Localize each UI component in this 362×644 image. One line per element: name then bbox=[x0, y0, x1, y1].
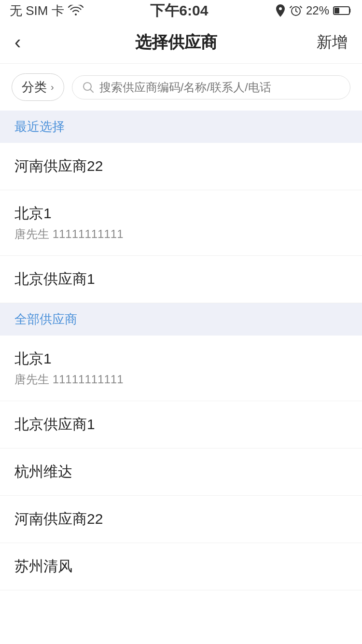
search-input[interactable] bbox=[99, 81, 340, 94]
item-name: 北京供应商1 bbox=[14, 415, 348, 434]
list-item[interactable]: 河南供应商22 bbox=[0, 496, 362, 543]
status-bar: 无 SIM 卡 下午6:04 22% bbox=[0, 0, 362, 21]
list-item[interactable]: 苏州清风 bbox=[0, 543, 362, 590]
wifi-icon bbox=[68, 5, 84, 16]
alarm-icon bbox=[290, 4, 302, 17]
back-button[interactable]: ‹ bbox=[14, 31, 43, 53]
filter-bar: 分类 › bbox=[0, 64, 362, 111]
category-label: 分类 bbox=[22, 79, 47, 96]
no-sim-text: 无 SIM 卡 bbox=[10, 2, 64, 19]
status-left: 无 SIM 卡 bbox=[10, 2, 84, 19]
item-name: 河南供应商22 bbox=[14, 156, 348, 176]
svg-rect-2 bbox=[334, 8, 339, 14]
location-icon bbox=[275, 4, 286, 17]
item-name: 苏州清风 bbox=[14, 557, 348, 576]
item-name: 北京1 bbox=[14, 204, 348, 224]
page-title: 选择供应商 bbox=[135, 31, 217, 54]
search-icon bbox=[82, 81, 95, 94]
battery-text: 22% bbox=[306, 4, 329, 17]
list-item[interactable]: 河南供应商22 bbox=[0, 143, 362, 190]
section-header-recent: 最近选择 bbox=[0, 111, 362, 143]
section-header-all: 全部供应商 bbox=[0, 303, 362, 336]
item-sub: 唐先生 11111111111 bbox=[14, 226, 348, 242]
chevron-right-icon: › bbox=[51, 82, 54, 93]
list-item[interactable]: 北京1唐先生 11111111111 bbox=[0, 190, 362, 256]
add-button[interactable]: 新增 bbox=[309, 32, 348, 53]
item-sub: 唐先生 11111111111 bbox=[14, 372, 348, 387]
item-name: 杭州维达 bbox=[14, 462, 348, 482]
status-right: 22% bbox=[275, 4, 352, 17]
item-name: 北京供应商1 bbox=[14, 269, 348, 289]
category-button[interactable]: 分类 › bbox=[12, 73, 64, 101]
battery-icon bbox=[333, 5, 352, 16]
svg-point-3 bbox=[84, 83, 91, 90]
list-item[interactable]: 北京1唐先生 11111111111 bbox=[0, 336, 362, 401]
search-box[interactable] bbox=[72, 75, 350, 99]
nav-bar: ‹ 选择供应商 新增 bbox=[0, 21, 362, 64]
item-name: 北京1 bbox=[14, 349, 348, 369]
item-name: 河南供应商22 bbox=[14, 509, 348, 529]
status-time: 下午6:04 bbox=[150, 1, 208, 21]
list-item[interactable]: 杭州维达 bbox=[0, 448, 362, 496]
list-item[interactable]: 北京供应商1 bbox=[0, 256, 362, 303]
sections-container: 最近选择河南供应商22北京1唐先生 11111111111北京供应商1全部供应商… bbox=[0, 111, 362, 590]
section-header-text-all: 全部供应商 bbox=[14, 312, 77, 326]
list-item[interactable]: 北京供应商1 bbox=[0, 401, 362, 448]
section-header-text-recent: 最近选择 bbox=[14, 119, 65, 134]
